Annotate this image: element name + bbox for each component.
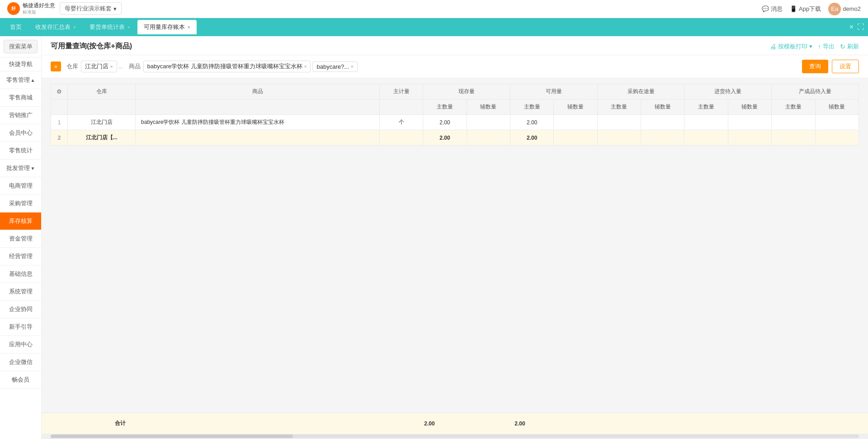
table-row-subtotal: 2 江北门店【... 2.00 2.00 [51,130,859,146]
sidebar-item-retail-mgmt[interactable]: 零售管理 ▲ [0,71,41,89]
sidebar-item-retail-stats[interactable]: 零售统计 [0,142,41,160]
scroll-track [51,434,859,438]
sidebar-item-wholesale-mgmt-label: 批发管理 [6,164,30,172]
sidebar-item-purchase-mgmt[interactable]: 采购管理 [0,195,41,212]
tab-orders[interactable]: 要货单统计表 × [83,20,137,34]
footer-total-available-main: 2.00 [497,417,542,430]
goods-tags: babycare学饮杯 儿童防摔防撞吸管杯重力球吸嘴杯宝宝水杯 × babyca… [143,61,358,72]
sidebar-item-ops-mgmt[interactable]: 经营管理 [0,248,41,265]
sidebar-item-member[interactable]: 畅会员 [0,371,41,389]
warehouse-tags: 江北门店 × ... [81,61,123,72]
quick-nav-btn[interactable]: 快捷导航 [0,57,41,71]
logo-text-block: 畅捷通好生意 标准版 [23,2,55,15]
page-title: 可用量查询(按仓库+商品) [51,42,132,51]
row-pt-main-2 [597,130,641,146]
sidebar-item-purchase-mgmt-label: 采购管理 [9,199,33,208]
sidebar-item-inventory-mgmt-label: 库存核算 [9,217,33,225]
search-menu-btn[interactable]: 搜索菜单 [4,40,38,53]
sidebar-item-finance-mgmt[interactable]: 资金管理 [0,230,41,248]
filter-expand-btn[interactable]: » [51,61,61,71]
sidebar-item-basic-info-label: 基础信息 [9,270,33,278]
maximize-icon[interactable]: ⛶ [857,23,864,31]
tab-inventory-label: 可用量库存账本 [144,23,185,31]
industry-selector[interactable]: 母婴行业演示账套 ▾ [60,2,122,15]
th-empty-1 [51,99,68,115]
sidebar-item-retail-mall-label: 零售商城 [9,94,33,102]
export-btn[interactable]: ↑ 导出 [818,42,835,51]
sidebar-item-marketing[interactable]: 营销推广 [0,107,41,124]
chevron-up-icon: ▲ [31,78,35,83]
th-available: 可用量 [510,84,598,99]
row-prodp-main-1 [772,115,815,130]
settings-btn[interactable]: 设置 [832,60,859,73]
filter-bar: » 仓库 江北门店 × ... 商品 babycare学饮杯 儿童防摔防撞吸管杯… [42,55,868,78]
footer-empty-7 [723,417,769,430]
sidebar-item-enterprise-wechat[interactable]: 企业微信 [0,354,41,371]
sidebar-item-inventory-mgmt[interactable]: 库存核算 [0,212,41,230]
th-main-unit: 主计量 [379,84,423,99]
sidebar-item-enterprise-collab-label: 企业协同 [9,305,33,313]
sidebar-item-ecommerce-mgmt[interactable]: 电商管理 [0,177,41,195]
warehouse-more[interactable]: ... [119,63,123,70]
top-bar-left: 好 畅捷通好生意 标准版 母婴行业演示账套 ▾ [7,2,122,15]
row-available-sub-1 [554,115,597,130]
row-unit-1: 个 [379,115,423,130]
sidebar-item-retail-mgmt-label: 零售管理 [6,76,30,84]
footer-total-current-main: 2.00 [407,417,452,430]
remove-goods2-icon[interactable]: × [351,64,354,69]
sidebar-item-finance-mgmt-label: 资金管理 [9,235,33,243]
th-available-main: 主数量 [510,99,554,115]
sidebar-item-member-center[interactable]: 会员中心 [0,124,41,142]
user-profile-btn[interactable]: Ea demo2 [828,3,861,15]
scroll-thumb[interactable] [51,434,293,438]
tab-home[interactable]: 首页 [4,20,28,34]
tab-receipts-label: 收发存汇总表 [35,23,71,31]
close-all-icon[interactable]: × [849,23,854,31]
message-btn[interactable]: 💬 消息 [762,5,783,13]
close-receipts-icon[interactable]: × [73,25,76,30]
footer-empty-6 [678,417,723,430]
app-download-btn[interactable]: 📱 App下载 [790,5,821,13]
sidebar-item-sys-mgmt[interactable]: 系统管理 [0,283,41,301]
avatar: Ea [828,3,841,15]
tab-inventory[interactable]: 可用量库存账本 × [137,20,197,34]
warehouse-tag[interactable]: 江北门店 × [81,61,117,72]
column-settings-icon[interactable]: ⚙ [57,88,62,95]
refresh-btn[interactable]: ↻ 刷新 [840,42,859,51]
close-inventory-icon[interactable]: × [188,25,190,30]
remove-goods1-icon[interactable]: × [304,64,307,69]
footer-empty-3 [371,417,407,430]
th-purchase-transit: 采购在途量 [597,84,684,99]
sidebar-item-enterprise-wechat-label: 企业微信 [9,358,33,366]
footer-empty-4 [588,417,633,430]
close-orders-icon[interactable]: × [127,25,130,30]
th-available-sub: 辅数量 [554,99,597,115]
row-warehouse-1: 江北门店 [68,115,136,130]
nav-tabs: 首页 收发存汇总表 × 要货单统计表 × 可用量库存账本 × × ⛶ [0,18,868,36]
sidebar-item-app-center-label: 应用中心 [9,340,33,349]
horizontal-scrollbar[interactable] [42,434,868,439]
goods-tag-2[interactable]: babycare?... × [312,61,357,72]
row-prodp-main-2 [772,130,815,146]
th-empty-3 [136,99,380,115]
sidebar-item-wholesale-mgmt[interactable]: 批发管理 ▼ [0,160,41,177]
goods-tag-1[interactable]: babycare学饮杯 儿童防摔防撞吸管杯重力球吸嘴杯宝宝水杯 × [143,61,311,72]
row-goods-1: babycare学饮杯 儿童防摔防撞吸管杯重力球吸嘴杯宝宝水杯 [136,115,380,130]
sidebar-item-app-center[interactable]: 应用中心 [0,336,41,354]
th-empty-4 [379,99,423,115]
row-prodp-sub-2 [815,130,859,146]
sidebar-item-enterprise-collab[interactable]: 企业协同 [0,301,41,318]
tab-receipts[interactable]: 收发存汇总表 × [29,20,82,34]
row-pp-sub-1 [728,115,771,130]
sidebar-item-new-guide[interactable]: 新手引导 [0,318,41,336]
sidebar-item-retail-mall[interactable]: 零售商城 [0,89,41,107]
print-btn[interactable]: 🖨 按模板打印 ▾ [770,42,812,51]
footer-empty-2 [64,417,109,430]
warehouse-label: 仓库 [66,62,78,71]
query-btn[interactable]: 查询 [802,60,828,73]
row-prodp-sub-1 [815,115,859,130]
sidebar-item-basic-info[interactable]: 基础信息 [0,265,41,283]
row-goods-2 [136,130,380,146]
sidebar-item-new-guide-label: 新手引导 [9,323,33,331]
remove-warehouse-icon[interactable]: × [110,64,113,69]
